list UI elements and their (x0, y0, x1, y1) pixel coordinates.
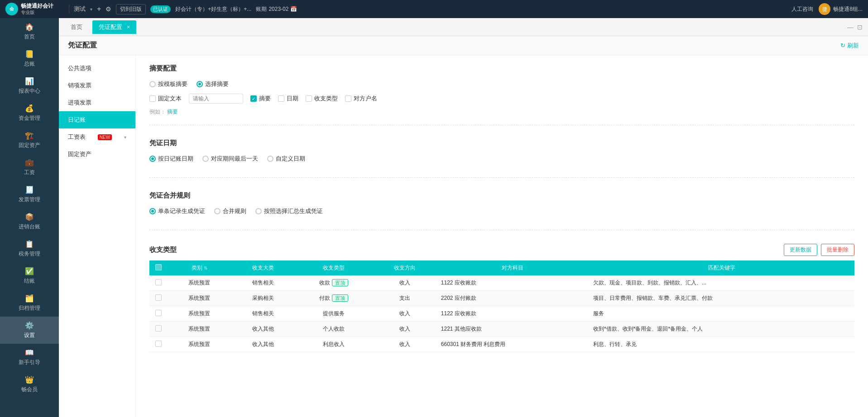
row-checkbox-4[interactable] (155, 341, 162, 347)
topbar-gear-icon[interactable]: ⚙ (106, 5, 111, 13)
income-expense-title: 收支类型 (149, 246, 177, 254)
cb-income-type[interactable]: 收支类型 (306, 95, 338, 103)
sidebar-item-member-label: 畅会员 (21, 386, 38, 393)
header-checkbox[interactable] (155, 264, 162, 270)
sidebar-item-general-ledger[interactable]: 📒 总账 (0, 45, 59, 72)
left-nav-purchase-invoice[interactable]: 进项发票 (59, 94, 135, 111)
left-nav-journal[interactable]: 日记账 (59, 111, 135, 128)
sidebar-item-guide-label: 新手引导 (19, 359, 40, 366)
row-type-0: 收款 置顶 (295, 275, 373, 291)
cb-date-box (278, 95, 284, 102)
cb-date[interactable]: 日期 (278, 95, 298, 103)
row-direction-2: 收入 (373, 306, 436, 322)
sidebar-item-payroll[interactable]: 💼 工资 (0, 154, 59, 181)
tab-close-icon[interactable]: × (127, 24, 130, 30)
row-major-4: 收入其他 (231, 337, 295, 352)
sidebar-item-settings[interactable]: ⚙️ 设置 (0, 317, 59, 344)
sidebar-item-fund-management[interactable]: 💰 资金管理 (0, 100, 59, 127)
minimize-icon[interactable]: — (847, 24, 854, 31)
logo-icon: 会 (5, 3, 18, 15)
cb-counterparty[interactable]: 对方户名 (345, 95, 377, 103)
topbar-dropdown-icon[interactable]: ▾ (90, 7, 92, 12)
fixed-text-input[interactable] (189, 94, 243, 104)
radio-select-circle (197, 81, 203, 87)
sidebar-item-tax[interactable]: 📋 税务管理 (0, 235, 59, 262)
report-icon: 📊 (25, 77, 34, 85)
sidebar-item-fund-management-label: 资金管理 (19, 114, 40, 122)
sidebar-item-fixed-assets[interactable]: 🏗️ 固定资产 (0, 127, 59, 154)
th-account: 对方科目 (436, 261, 589, 275)
radio-period-last-day-label: 对应期间最后一天 (211, 155, 258, 163)
row-checkbox-3[interactable] (155, 325, 162, 332)
th-checkbox (149, 261, 168, 275)
switch-old-version-button[interactable]: 切到旧版 (116, 4, 146, 14)
cb-fixed-text[interactable]: 固定文本 (149, 95, 182, 103)
sort-icon[interactable]: ⇅ (204, 265, 207, 270)
row-keywords-1: 项目、日常费用、报销款、车费、承兑汇票、付款 (589, 291, 854, 306)
left-nav-payroll-table[interactable]: 工资表 NEW ▾ (59, 128, 135, 146)
radio-custom-date[interactable]: 自定义日期 (267, 155, 305, 163)
merge-section: 凭证合并规则 单条记录生成凭证 合并规则 (149, 191, 854, 230)
calendar-icon[interactable]: 📅 (290, 6, 297, 12)
sidebar-item-tax-label: 税务管理 (19, 250, 40, 258)
row-checkbox-0[interactable] (155, 279, 162, 285)
row-checkbox-1[interactable] (155, 294, 162, 301)
radio-select-summary[interactable]: 选择摘要 (197, 80, 229, 88)
topbar-test-label: 测试 (74, 5, 86, 13)
topbar-add-icon[interactable]: + (97, 5, 101, 13)
radio-period-last-day-circle (202, 156, 209, 162)
logo-text1: 畅捷通好会计 (21, 3, 53, 10)
radio-merge-rule[interactable]: 合并规则 (214, 207, 246, 215)
refresh-button[interactable]: ↻ 刷新 (840, 42, 859, 50)
type-tag-1[interactable]: 置顶 (332, 294, 348, 302)
row-major-3: 收入其他 (231, 322, 295, 337)
th-major: 收支大类 (231, 261, 295, 275)
cb-date-label: 日期 (287, 95, 298, 103)
sidebar-item-report-center[interactable]: 📊 报表中心 (0, 72, 59, 100)
radio-journal-date[interactable]: 按日记账日期 (149, 155, 193, 163)
certified-badge: 已认证 (150, 5, 171, 13)
radio-summary-generate[interactable]: 按照选择汇总生成凭证 (255, 207, 323, 215)
batch-delete-button[interactable]: 批量删除 (821, 244, 854, 256)
tab-home[interactable]: 首页 (64, 20, 89, 34)
sidebar-item-home[interactable]: 🏠 首页 (0, 18, 59, 45)
ledger-icon: 📒 (25, 50, 34, 58)
left-nav-payroll-sub: 工资表 NEW ▾ (68, 133, 126, 141)
left-nav-sales-invoice-label: 销项发票 (68, 81, 91, 90)
user-area[interactable]: 捷 畅捷通8组... (819, 3, 863, 15)
sidebar-item-settlement[interactable]: ✅ 结账 (0, 262, 59, 289)
window-controls: — ⊡ (847, 24, 863, 31)
sidebar-item-guide[interactable]: 📖 新手引导 (0, 344, 59, 371)
type-tag-0[interactable]: 置顶 (332, 279, 348, 286)
radio-period-last-day[interactable]: 对应期间最后一天 (202, 155, 258, 163)
row-checkbox-2[interactable] (155, 310, 162, 316)
tab-voucher-config[interactable]: 凭证配置 × (92, 20, 136, 34)
radio-template-summary[interactable]: 按模板摘要 (149, 80, 187, 88)
left-nav-public[interactable]: 公共选项 (59, 60, 135, 77)
update-data-button[interactable]: 更新数据 (784, 244, 817, 256)
left-nav-fixed-assets[interactable]: 固定资产 (59, 146, 135, 163)
table-row: 系统预置 销售相关 提供服务 收入 1122 应收账款 服务 (149, 306, 854, 322)
topbar-period: 账期 2023-02 📅 (256, 5, 297, 13)
help-label[interactable]: 人工咨询 (791, 5, 813, 13)
sidebar-item-general-ledger-label: 总账 (24, 60, 35, 68)
maximize-icon[interactable]: ⊡ (857, 24, 863, 31)
row-direction-3: 收入 (373, 322, 436, 337)
left-nav-sales-invoice[interactable]: 销项发票 (59, 77, 135, 94)
row-checkbox-cell (149, 322, 168, 337)
sidebar-item-member[interactable]: 👑 畅会员 (0, 371, 59, 398)
right-content: 摘要配置 按模板摘要 选择摘要 (136, 55, 868, 417)
cb-summary[interactable]: ✓ 摘要 (250, 95, 271, 103)
income-expense-table: 类别 ⇅ 收支大类 收支类型 收支方向 对方科目 匹配关键字 (149, 261, 854, 352)
radio-single-record[interactable]: 单条记录生成凭证 (149, 207, 205, 215)
sidebar-item-archive[interactable]: 🗂️ 归档管理 (0, 289, 59, 317)
date-radio-group: 按日记账日期 对应期间最后一天 自定义日期 (149, 155, 854, 163)
radio-merge-rule-circle (214, 208, 221, 214)
sidebar-item-invoice-management[interactable]: 🧾 发票管理 (0, 181, 59, 208)
sidebar-item-home-label: 首页 (24, 33, 35, 41)
left-nav-purchase-invoice-label: 进项发票 (68, 99, 91, 107)
row-checkbox-cell (149, 291, 168, 306)
logo: 会 畅捷通好会计 专业版 (5, 3, 64, 16)
settlement-icon: ✅ (25, 267, 34, 275)
sidebar-item-sales[interactable]: 📦 进销台账 (0, 208, 59, 235)
